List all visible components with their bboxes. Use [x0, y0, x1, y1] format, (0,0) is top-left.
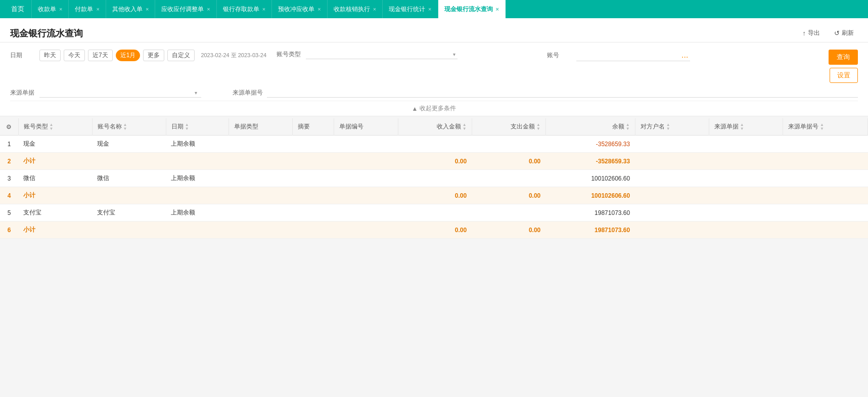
th-date[interactable]: 日期 ▲▼	[166, 118, 229, 136]
close-icon[interactable]: ×	[373, 6, 376, 12]
row-summary	[293, 222, 334, 239]
th-gear[interactable]: ⚙	[0, 118, 18, 136]
nav-tab-yinhangcunqu[interactable]: 银行存取款单 ×	[217, 0, 272, 18]
custom-btn[interactable]: 自定义	[167, 50, 195, 61]
top-nav: 首页 收款单 × 付款单 × 其他收入单 × 应收应付调整单 × 银行存取款单 …	[0, 0, 868, 18]
refresh-icon: ↺	[834, 29, 840, 37]
close-icon[interactable]: ×	[496, 6, 499, 12]
close-icon[interactable]: ×	[146, 6, 149, 12]
row-balance: -3528659.33	[545, 136, 635, 153]
nav-tab-yingshouyingfu[interactable]: 应收应付调整单 ×	[155, 0, 216, 18]
source-doc-select[interactable]: ▾	[39, 88, 201, 98]
th-counterparty[interactable]: 对方户名 ▲▼	[635, 118, 709, 136]
settings-button[interactable]: 设置	[830, 68, 858, 83]
table-row: 1现金现金上期余额-3528659.33	[0, 136, 868, 153]
close-icon[interactable]: ×	[207, 6, 210, 12]
row-counterparty	[635, 153, 709, 170]
th-doc-type[interactable]: 单据类型	[229, 118, 293, 136]
row-source-doc	[709, 187, 783, 204]
sort-icon: ▲▼	[666, 123, 670, 131]
account-type-value	[308, 51, 453, 58]
sort-icon: ▲▼	[123, 123, 127, 131]
row-account-name	[92, 222, 166, 239]
row-doc-type	[229, 222, 293, 239]
th-source-doc[interactable]: 来源单据 ▲▼	[709, 118, 783, 136]
sort-icon: ▲▼	[185, 123, 189, 131]
query-button[interactable]: 查询	[829, 50, 858, 65]
row-income: 0.00	[398, 187, 472, 204]
th-balance[interactable]: 余额 ▲▼	[545, 118, 635, 136]
row-account-name	[92, 187, 166, 204]
nav-tab-fukuandan[interactable]: 付款单 ×	[69, 0, 106, 18]
th-source-doc-no[interactable]: 来源单据号 ▲▼	[783, 118, 867, 136]
sort-icon: ▲▼	[740, 123, 744, 131]
row-index: 1	[0, 136, 18, 153]
collapse-bar[interactable]: ▲ 收起更多条件	[10, 101, 858, 116]
row-source-doc	[709, 170, 783, 187]
date-label: 日期	[10, 51, 35, 60]
filter-section: 日期 昨天 今天 近7天 近1月 更多 自定义 2023-02-24 至 202…	[0, 42, 868, 116]
row-account-type: 现金	[18, 136, 92, 153]
row-date	[166, 153, 229, 170]
row-expense	[472, 170, 545, 187]
row-doc-type	[229, 204, 293, 222]
th-summary[interactable]: 摘要	[293, 118, 334, 136]
row-account-name: 支付宝	[92, 204, 166, 222]
export-button[interactable]: ↑ 导出	[799, 27, 825, 39]
th-account-name[interactable]: 账号名称 ▲▼	[92, 118, 166, 136]
row-account-name: 现金	[92, 136, 166, 153]
close-icon[interactable]: ×	[262, 6, 265, 12]
account-type-select[interactable]: ▾	[306, 50, 458, 59]
table-row: 2小计0.000.00-3528659.33	[0, 153, 868, 170]
nav-tab-qitashouru[interactable]: 其他收入单 ×	[106, 0, 155, 18]
th-doc-no[interactable]: 单据编号	[334, 118, 398, 136]
row-index: 5	[0, 204, 18, 222]
th-expense[interactable]: 支出金额 ▲▼	[472, 118, 545, 136]
more-btn[interactable]: 更多	[143, 50, 164, 61]
account-input[interactable]	[578, 51, 679, 60]
row-date	[166, 187, 229, 204]
yesterday-btn[interactable]: 昨天	[39, 50, 61, 61]
row-income	[398, 136, 472, 153]
row-source-doc	[709, 204, 783, 222]
th-account-type[interactable]: 账号类型 ▲▼	[18, 118, 92, 136]
close-icon[interactable]: ×	[96, 6, 99, 12]
row-doc-no	[334, 187, 398, 204]
export-icon: ↑	[803, 29, 806, 37]
today-btn[interactable]: 今天	[64, 50, 85, 61]
row-counterparty	[635, 187, 709, 204]
account-dots-button[interactable]: ...	[681, 51, 688, 60]
nav-home[interactable]: 首页	[4, 0, 32, 18]
nav-tab-shoukuandan[interactable]: 收款单 ×	[32, 0, 69, 18]
row-doc-no	[334, 153, 398, 170]
source-doc-no-input[interactable]	[267, 88, 858, 98]
row-source-doc-no	[783, 153, 867, 170]
nav-tab-xianjintongji[interactable]: 现金银行统计 ×	[383, 0, 438, 18]
refresh-button[interactable]: ↺ 刷新	[830, 27, 858, 39]
nav-tab-liushui[interactable]: 现金银行流水查询 ×	[438, 0, 506, 18]
row-expense	[472, 204, 545, 222]
close-icon[interactable]: ×	[317, 6, 321, 12]
th-income[interactable]: 收入金额 ▲▼	[398, 118, 472, 136]
row-date: 上期余额	[166, 204, 229, 222]
row-account-type: 小计	[18, 187, 92, 204]
table-container: ⚙ 账号类型 ▲▼ 账号名称 ▲▼ 日期	[0, 118, 868, 239]
nav-tab-yushouchen[interactable]: 预收冲应收单 ×	[272, 0, 327, 18]
close-icon[interactable]: ×	[59, 6, 62, 12]
row-index: 2	[0, 153, 18, 170]
row-doc-no	[334, 222, 398, 239]
sort-icon: ▲▼	[50, 123, 54, 131]
near1month-btn[interactable]: 近1月	[116, 50, 141, 61]
row-expense: 0.00	[472, 187, 545, 204]
gear-icon[interactable]: ⚙	[6, 123, 12, 130]
table-row: 5支付宝支付宝上期余额19871073.60	[0, 204, 868, 222]
row-expense: 0.00	[472, 222, 545, 239]
near7days-btn[interactable]: 近7天	[88, 50, 113, 61]
table-row: 6小计0.000.0019871073.60	[0, 222, 868, 239]
nav-tab-shoukuanzhixing[interactable]: 收款核销执行 ×	[328, 0, 383, 18]
row-summary	[293, 204, 334, 222]
close-icon[interactable]: ×	[428, 6, 431, 12]
page-header: 现金银行流水查询 ↑ 导出 ↺ 刷新	[0, 18, 868, 42]
row-account-type: 小计	[18, 153, 92, 170]
row-summary	[293, 187, 334, 204]
